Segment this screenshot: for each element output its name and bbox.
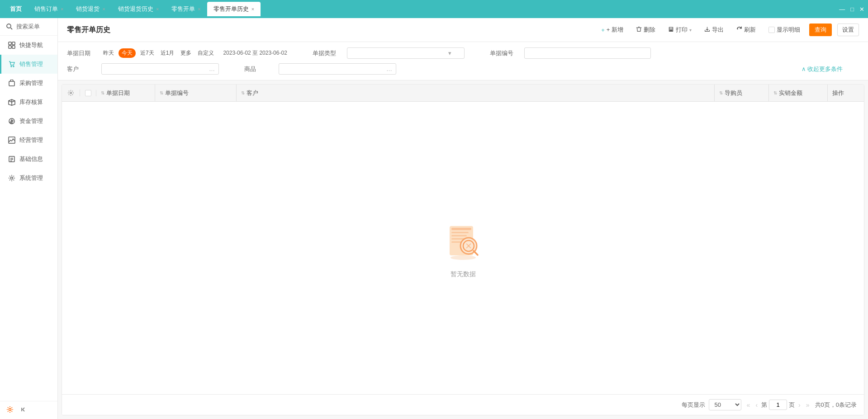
sidebar-item-purchase-mgmt[interactable]: 采购管理 — [0, 74, 57, 93]
svg-rect-8 — [9, 81, 14, 86]
minimize-button[interactable]: — — [839, 6, 845, 13]
next-page-button[interactable]: › — [797, 400, 802, 410]
tab-sales-return[interactable]: 销货退货 × — [70, 2, 111, 16]
display-detail-checkbox[interactable]: 显示明细 — [765, 24, 804, 36]
order-type-select[interactable]: ▾ — [347, 47, 465, 59]
content-area: 零售开单历史 + + 新增 删除 — [58, 18, 868, 419]
collapse-up-icon: ∧ — [802, 66, 806, 72]
shortcut-yesterday[interactable]: 昨天 — [101, 48, 116, 58]
th-customer[interactable]: ⇅ 客户 — [237, 85, 715, 101]
sidebar-item-operations[interactable]: 经营管理 — [0, 131, 57, 150]
sidebar-item-finance[interactable]: 资金管理 — [0, 112, 57, 131]
shortcut-1month[interactable]: 近1月 — [159, 48, 176, 58]
tab-retail-history[interactable]: 零售开单历史 × — [207, 2, 261, 16]
filter-row-2: 客户 … 商品 … ∧ 收起更多条件 — [67, 63, 859, 75]
close-tab-sales-return-history[interactable]: × — [156, 6, 159, 12]
sidebar-search[interactable]: 搜索采单 — [0, 18, 57, 36]
add-icon: + — [601, 27, 605, 33]
close-tab-retail-history[interactable]: × — [251, 6, 254, 12]
sort-icon-amount: ⇅ — [773, 90, 777, 95]
empty-text: 暂无数据 — [451, 270, 476, 278]
svg-rect-29 — [451, 235, 467, 236]
per-page-select-wrapper[interactable]: 50 10 20 100 — [709, 399, 741, 410]
gear-icon[interactable] — [6, 406, 14, 414]
customer-input[interactable]: … — [101, 63, 219, 75]
th-date[interactable]: ⇅ 单据日期 — [96, 85, 155, 101]
first-page-button[interactable]: « — [745, 400, 752, 410]
search-icon — [5, 23, 14, 31]
export-button[interactable]: 导出 — [701, 24, 727, 36]
order-num-input[interactable] — [524, 47, 651, 59]
tab-home[interactable]: 首页 — [4, 2, 28, 16]
shortcut-7days[interactable]: 近7天 — [138, 48, 156, 58]
prev-page-button[interactable]: ‹ — [754, 400, 759, 410]
system-icon — [8, 174, 16, 182]
table-body: 暂无数据 — [62, 102, 864, 394]
sort-icon-num: ⇅ — [160, 90, 163, 95]
select-all-checkbox[interactable] — [85, 90, 91, 96]
add-button[interactable]: + + 新增 — [598, 24, 627, 36]
display-detail-check[interactable] — [768, 27, 775, 33]
refresh-button[interactable]: 刷新 — [733, 24, 759, 36]
tab-sales-order[interactable]: 销售订单 × — [28, 2, 70, 16]
close-tab-sales-order[interactable]: × — [61, 6, 63, 12]
tab-retail-open[interactable]: 零售开单 × — [165, 2, 207, 16]
svg-rect-28 — [451, 232, 469, 233]
last-page-button[interactable]: » — [804, 400, 811, 410]
product-picker-icon[interactable]: … — [386, 66, 392, 72]
svg-point-24 — [70, 92, 72, 94]
header-actions: + + 新增 删除 — [598, 24, 859, 36]
svg-point-15 — [11, 177, 13, 179]
sidebar-item-system[interactable]: 系统管理 — [0, 169, 57, 188]
table-select-all[interactable] — [80, 90, 96, 96]
svg-point-7 — [13, 66, 14, 67]
th-amount[interactable]: ⇅ 实销金额 — [769, 85, 828, 101]
order-num-label: 单据编号 — [490, 49, 517, 57]
th-guide[interactable]: ⇅ 导购员 — [715, 85, 769, 101]
customer-label: 客户 — [67, 65, 94, 73]
page-title: 零售开单历史 — [67, 25, 588, 35]
th-op: 操作 — [828, 85, 864, 101]
date-label: 单据日期 — [67, 49, 94, 57]
refresh-icon — [736, 26, 742, 33]
sidebar: 搜索采单 快捷导航 销售管理 — [0, 18, 58, 419]
collapse-button[interactable]: ∧ 收起更多条件 — [802, 65, 843, 73]
finance-icon — [8, 117, 16, 125]
trash-icon — [636, 26, 642, 33]
close-tab-sales-return[interactable]: × — [102, 6, 105, 12]
maximize-button[interactable]: □ — [850, 6, 854, 13]
sidebar-item-base-info[interactable]: 基础信息 — [0, 150, 57, 169]
sidebar-item-inventory[interactable]: 库存核算 — [0, 93, 57, 112]
settings-button[interactable]: 设置 — [837, 24, 859, 36]
product-label: 商品 — [244, 65, 271, 73]
shortcut-today[interactable]: 今天 — [119, 48, 136, 58]
collapse-icon[interactable] — [20, 406, 27, 414]
shortcut-more[interactable]: 更多 — [179, 48, 193, 58]
per-page-select[interactable]: 50 10 20 100 — [709, 399, 741, 410]
close-tab-retail-open[interactable]: × — [198, 6, 200, 12]
sidebar-item-quick-nav[interactable]: 快捷导航 — [0, 36, 57, 55]
svg-rect-31 — [451, 241, 461, 243]
delete-button[interactable]: 删除 — [632, 24, 659, 36]
page-number-input[interactable] — [769, 400, 787, 410]
shortcut-custom[interactable]: 自定义 — [196, 48, 216, 58]
tab-sales-return-history[interactable]: 销货退货历史 × — [112, 2, 165, 16]
print-dropdown-icon[interactable]: ▾ — [689, 28, 692, 33]
empty-state: 暂无数据 — [441, 218, 486, 278]
baseinfo-icon — [8, 155, 16, 163]
purchase-icon — [8, 79, 16, 87]
query-button[interactable]: 查询 — [809, 24, 832, 36]
page-prefix-label: 第 — [761, 401, 767, 409]
svg-point-6 — [11, 66, 12, 67]
table-settings-icon[interactable] — [62, 89, 80, 96]
close-button[interactable]: ✕ — [859, 6, 864, 13]
product-input[interactable]: … — [279, 63, 396, 75]
window-controls: — □ ✕ — [839, 6, 864, 13]
inventory-icon — [8, 98, 16, 106]
th-num[interactable]: ⇅ 单据编号 — [155, 85, 237, 101]
customer-picker-icon[interactable]: … — [209, 66, 215, 72]
page-header: 零售开单历史 + + 新增 删除 — [58, 18, 868, 42]
chevron-down-icon: ▾ — [448, 50, 451, 56]
sidebar-item-sales-mgmt[interactable]: 销售管理 — [0, 55, 57, 74]
print-button[interactable]: 打印 ▾ — [664, 24, 695, 36]
